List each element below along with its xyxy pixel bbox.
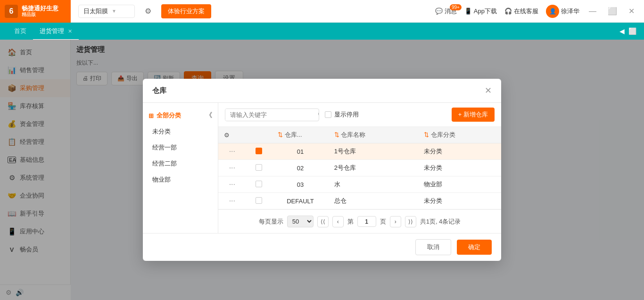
collapse-panel-button[interactable]: 《 xyxy=(206,111,212,120)
row-action-dots[interactable]: ··· xyxy=(229,197,235,205)
category-unclassified-label: 未分类 xyxy=(152,128,171,135)
row-index: 03 xyxy=(272,176,328,193)
row-category: 未分类 xyxy=(418,193,501,209)
row-actions: ··· xyxy=(218,193,246,209)
all-categories-item[interactable]: ⊞ 全部分类 《 xyxy=(143,108,218,124)
table-toolbar-left: 🔍 显示停用 xyxy=(225,108,359,121)
warehouse-table: ⚙ ⇅ 仓库... ⇅ 仓库名称 ⇅ 仓库分类 xyxy=(218,127,501,209)
nav-expand-button[interactable]: ⬜ xyxy=(628,27,636,35)
store-dropdown-icon: ▼ xyxy=(112,8,116,14)
modal-close-button[interactable]: ✕ xyxy=(485,85,492,96)
table-container: ⚙ ⇅ 仓库... ⇅ 仓库名称 ⇅ 仓库分类 xyxy=(218,127,501,209)
confirm-button[interactable]: 确定 xyxy=(457,240,492,255)
cancel-button[interactable]: 取消 xyxy=(415,239,451,255)
nav-tab-purchase[interactable]: 进货管理 ✕ xyxy=(33,23,79,40)
page-first-button[interactable]: ⟨⟨ xyxy=(317,216,329,227)
new-warehouse-button[interactable]: + 新增仓库 xyxy=(452,108,495,122)
user-button[interactable]: 👤 徐泽华 xyxy=(546,5,579,18)
gear-icon: ⚙ xyxy=(145,7,151,16)
message-badge: 99+ xyxy=(450,4,462,10)
col-header-name[interactable]: ⇅ 仓库名称 xyxy=(329,127,418,143)
sort-icon-name: ⇅ xyxy=(334,131,339,138)
category-item-ops1[interactable]: 经营一部 xyxy=(143,140,218,156)
store-name: 日太阳膜 xyxy=(83,7,108,16)
app-download-button[interactable]: 📱 App下载 xyxy=(464,7,497,16)
pagination: 每页显示 50 20 100 ⟨⟨ ‹ 第 页 › ⟩⟩ 共1页, 4 xyxy=(218,209,501,233)
nav-tab-home-label: 首页 xyxy=(14,27,26,35)
minimize-button[interactable]: — xyxy=(587,7,598,16)
row-checkbox[interactable] xyxy=(256,197,262,204)
page-size-select[interactable]: 50 20 100 xyxy=(287,216,314,227)
search-input[interactable] xyxy=(225,109,314,121)
category-panel: ⊞ 全部分类 《 未分类 经营一部 经营二部 物业 xyxy=(143,103,218,233)
nav-tab-close-icon[interactable]: ✕ xyxy=(68,28,72,34)
row-name: 水 xyxy=(329,176,418,193)
message-button[interactable]: 💬 消息 99+ xyxy=(435,7,457,16)
table-row[interactable]: ··· 02 2号仓库 未分类 xyxy=(218,160,501,176)
warehouse-modal: 仓库 ✕ ⊞ 全部分类 《 未分类 xyxy=(143,79,501,261)
store-selector[interactable]: 日太阳膜 ▼ xyxy=(78,5,135,18)
logo-name: 畅捷通好生意 xyxy=(22,5,58,12)
row-check-cell[interactable] xyxy=(246,176,272,193)
category-property-label: 物业部 xyxy=(152,176,171,183)
category-item-ops2[interactable]: 经营二部 xyxy=(143,156,218,172)
nav-collapse-button[interactable]: ◀ xyxy=(619,27,625,35)
settings-button[interactable]: ⚙ xyxy=(140,4,156,19)
row-checkbox[interactable] xyxy=(256,181,262,187)
col-header-code[interactable]: ⇅ 仓库... xyxy=(272,127,328,143)
table-row[interactable]: ··· 03 水 物业部 xyxy=(218,176,501,193)
trial-button[interactable]: 体验行业方案 xyxy=(161,4,211,18)
col-header-category[interactable]: ⇅ 仓库分类 xyxy=(418,127,501,143)
row-category: 未分类 xyxy=(418,160,501,176)
restore-button[interactable]: ⬜ xyxy=(606,7,619,16)
table-row[interactable]: ··· 01 1号仓库 未分类 xyxy=(218,143,501,160)
row-name: 总仓 xyxy=(329,193,418,209)
row-index: 02 xyxy=(272,160,328,176)
row-check-cell[interactable] xyxy=(246,143,272,160)
page-last-button[interactable]: ⟩⟩ xyxy=(405,216,416,227)
nav-tab-purchase-label: 进货管理 xyxy=(40,27,64,35)
page-prev-button[interactable]: ‹ xyxy=(332,216,344,227)
category-ops2-label: 经营二部 xyxy=(152,160,177,167)
header-right: 💬 消息 99+ 📱 App下载 🎧 在线客服 👤 徐泽华 — ⬜ ✕ xyxy=(435,5,644,18)
logo-area: 6 畅捷通好生意 精品版 xyxy=(0,0,71,23)
row-checkbox[interactable] xyxy=(256,148,262,154)
table-toolbar: 🔍 显示停用 + 新增仓库 xyxy=(218,103,501,127)
row-checkbox[interactable] xyxy=(256,164,262,171)
row-name: 2号仓库 xyxy=(329,160,418,176)
close-window-button[interactable]: ✕ xyxy=(627,7,636,16)
row-actions: ··· xyxy=(218,176,246,193)
row-action-dots[interactable]: ··· xyxy=(229,147,235,155)
logo-icon: 6 xyxy=(5,5,18,18)
table-row[interactable]: ··· DEFAULT 总仓 未分类 xyxy=(218,193,501,209)
disabled-checkbox[interactable] xyxy=(325,111,331,118)
page-label: 第 xyxy=(347,217,354,226)
row-check-cell[interactable] xyxy=(246,160,272,176)
row-index: 01 xyxy=(272,143,328,160)
headphone-icon: 🎧 xyxy=(504,8,512,15)
user-name: 徐泽华 xyxy=(561,7,579,16)
search-icon[interactable]: 🔍 xyxy=(314,109,319,121)
page-input[interactable] xyxy=(357,216,376,227)
app-download-label: App下载 xyxy=(474,7,497,16)
row-action-dots[interactable]: ··· xyxy=(229,164,235,172)
page-next-button[interactable]: › xyxy=(390,216,401,227)
nav-tabs: 首页 进货管理 ✕ ◀ ⬜ xyxy=(0,23,644,40)
header-middle: 日太阳膜 ▼ ⚙ 体验行业方案 xyxy=(71,4,435,19)
modal-overlay: 仓库 ✕ ⊞ 全部分类 《 未分类 xyxy=(0,40,644,300)
grid-icon: ⊞ xyxy=(149,112,154,119)
page-size-label: 每页显示 xyxy=(259,217,283,226)
show-disabled-label-text: 显示停用 xyxy=(334,110,359,119)
category-item-unclassified[interactable]: 未分类 xyxy=(143,124,218,140)
show-disabled-checkbox[interactable]: 显示停用 xyxy=(325,110,359,119)
page-end-label: 页 xyxy=(380,217,386,226)
col-header-check xyxy=(246,127,272,143)
online-service-button[interactable]: 🎧 在线客服 xyxy=(504,7,538,16)
logo-sub: 精品版 xyxy=(22,12,58,17)
category-item-property[interactable]: 物业部 xyxy=(143,172,218,188)
row-check-cell[interactable] xyxy=(246,193,272,209)
logo-text: 畅捷通好生意 精品版 xyxy=(22,5,58,18)
nav-tab-home[interactable]: 首页 xyxy=(8,23,33,40)
row-action-dots[interactable]: ··· xyxy=(229,180,235,188)
row-category: 物业部 xyxy=(418,176,501,193)
